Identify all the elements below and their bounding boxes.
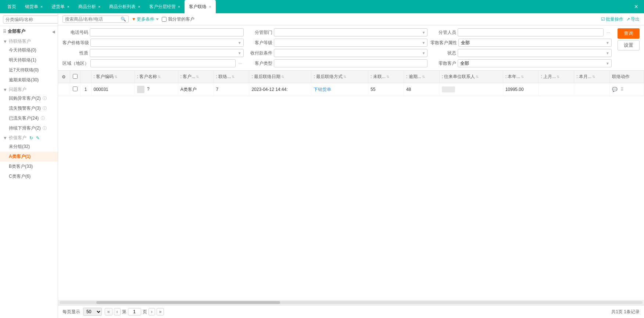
column-this-month[interactable]: : 本月...⇅ bbox=[574, 71, 610, 83]
filter-row-4: 区域（地区） ··· 客户类型 零散客户 全部 ▼ bbox=[62, 59, 612, 67]
nav-tab-analysis-close[interactable]: × bbox=[98, 4, 100, 9]
triangle-icon2: ▼ bbox=[3, 87, 7, 92]
sort-code-icon: ⇅ bbox=[114, 75, 117, 79]
filter-search-box: 🔍 bbox=[62, 15, 129, 23]
sidebar-item-ungrouped[interactable]: 未分组(32) bbox=[0, 142, 58, 152]
nature-select[interactable] bbox=[90, 49, 244, 57]
per-page-select[interactable]: 50 100 200 bbox=[83, 308, 102, 316]
chevron-down-icon bbox=[156, 18, 159, 20]
scroll-track[interactable] bbox=[60, 301, 643, 304]
sidebar-item-tomorrow[interactable]: 明天待联络(1) bbox=[0, 55, 58, 65]
column-unit-contact[interactable]: : 往来单位联系人⇅ bbox=[439, 71, 503, 83]
payment-select[interactable] bbox=[274, 49, 428, 57]
pending-group-label: ▼ 待联络客户 bbox=[0, 37, 58, 45]
column-overdue[interactable]: : 逾期...⇅ bbox=[404, 71, 439, 83]
price-grade-select[interactable] bbox=[90, 39, 244, 47]
nav-tab-purchase[interactable]: 进货单 × bbox=[47, 0, 74, 13]
query-button[interactable]: 查询 bbox=[618, 28, 640, 39]
close-all-button[interactable]: × bbox=[631, 3, 641, 11]
column-type[interactable]: : 客户...⇅ bbox=[178, 71, 214, 83]
dept-select[interactable] bbox=[274, 28, 428, 36]
next-page-button[interactable]: › bbox=[149, 308, 155, 315]
retail-attr-label: 零散客户属性 bbox=[430, 40, 457, 46]
export-button[interactable]: ↗ 导出 bbox=[626, 16, 640, 22]
row-type: A类客户 bbox=[178, 83, 214, 96]
sidebar-search-input[interactable] bbox=[3, 15, 58, 24]
column-name[interactable]: : 客户名称⇅ bbox=[135, 71, 178, 83]
nav-tab-customer-contact-close[interactable]: × bbox=[209, 4, 211, 9]
manager-input[interactable] bbox=[458, 28, 604, 36]
sidebar-item-churn-warning[interactable]: 流失预警客户(3) ⓘ bbox=[0, 103, 58, 113]
column-checkbox[interactable] bbox=[70, 71, 80, 83]
filter-search-input[interactable] bbox=[65, 17, 119, 22]
my-customers-checkbox-wrap[interactable]: 我分管的客户 bbox=[162, 16, 194, 22]
dept-field: 分管部门 ▼ bbox=[247, 28, 428, 36]
batch-operation-button[interactable]: ☑ 批量操作 bbox=[601, 16, 623, 22]
row-last-method[interactable]: 下销货单 bbox=[311, 83, 368, 96]
retail-attr-select[interactable]: 全部 bbox=[458, 39, 612, 47]
manager-dots[interactable]: ··· bbox=[605, 30, 612, 35]
collapse-icon: ◂ bbox=[52, 29, 55, 35]
settings-button[interactable]: 设置 bbox=[618, 40, 640, 50]
sidebar-item-overdue[interactable]: 逾期未联络(30) bbox=[0, 75, 58, 85]
sidebar-item-today[interactable]: 今天待联络(0) bbox=[0, 45, 58, 55]
row-code: 000031 bbox=[91, 83, 135, 96]
column-last-method[interactable]: : 最后联络方式⇅ bbox=[311, 71, 368, 83]
retail-customer-select[interactable]: 全部 bbox=[458, 59, 612, 67]
prev-page-button[interactable]: ‹ bbox=[114, 308, 121, 315]
sidebar-item-declining[interactable]: 持续下滑客户(2) ⓘ bbox=[0, 123, 58, 133]
nav-tab-home[interactable]: 首页 bbox=[3, 0, 21, 13]
row-this-month bbox=[574, 83, 610, 96]
nav-tab-customer-segment[interactable]: 客户分层经营 × bbox=[145, 0, 185, 13]
my-customers-checkbox[interactable] bbox=[162, 17, 167, 22]
sidebar-item-class-b[interactable]: B类客户(33) bbox=[0, 162, 58, 172]
column-this-year[interactable]: : 本年...⇅ bbox=[503, 71, 539, 83]
sidebar-item-class-a[interactable]: A类客户(1) bbox=[0, 152, 58, 162]
row-select-checkbox[interactable] bbox=[73, 86, 78, 91]
sidebar-item-7days[interactable]: 近7天待联络(0) bbox=[0, 65, 58, 75]
more-filters-button[interactable]: ▼ 更多条件 bbox=[132, 16, 159, 22]
nav-tab-customer-segment-close[interactable]: × bbox=[178, 4, 180, 9]
customer-type-input[interactable] bbox=[274, 59, 428, 67]
nav-tab-analysis[interactable]: 商品分析 × bbox=[74, 0, 105, 13]
sidebar-item-churned[interactable]: 已流失客户(24) ⓘ bbox=[0, 113, 58, 123]
column-contact[interactable]: : 联络...⇅ bbox=[214, 71, 249, 83]
column-code[interactable]: : 客户编码⇅ bbox=[91, 71, 135, 83]
phone-input[interactable] bbox=[90, 28, 244, 36]
table-area: ⚙ : 客户编码⇅ : 客户名称⇅ : 客户...⇅ : 联络...⇅ : 最后… bbox=[58, 71, 644, 300]
edit-icon[interactable]: ✎ bbox=[36, 135, 40, 141]
horizontal-scrollbar[interactable] bbox=[58, 300, 644, 305]
last-page-button[interactable]: » bbox=[157, 308, 164, 315]
nav-tab-customer-contact[interactable]: 客户联络 × bbox=[185, 0, 215, 13]
first-page-button[interactable]: « bbox=[105, 308, 112, 315]
advanced-filters: 电话号码 分管部门 ▼ 分管人员 bbox=[58, 25, 644, 71]
status-select[interactable] bbox=[458, 49, 612, 57]
row-checkbox[interactable] bbox=[70, 83, 80, 96]
sidebar-item-class-c[interactable]: C类客户(6) bbox=[0, 172, 58, 181]
sidebar-item-repurchase[interactable]: 回购异常客户(2) ⓘ bbox=[0, 93, 58, 103]
region-input[interactable] bbox=[90, 59, 236, 67]
chat-icon[interactable]: 💬 bbox=[612, 87, 618, 92]
sidebar-all-customers-header[interactable]: ⠿ 全部客户 ◂ bbox=[0, 26, 58, 37]
nav-tab-sales-close[interactable]: × bbox=[40, 4, 43, 9]
qr-icon[interactable]: ⠿ bbox=[620, 87, 624, 92]
column-last-date[interactable]: : 最后联络日期⇅ bbox=[249, 71, 311, 83]
column-last-month[interactable]: : 上月...⇅ bbox=[539, 71, 574, 83]
column-no-contact[interactable]: : 未联...⇅ bbox=[368, 71, 404, 83]
nav-tab-sales[interactable]: 销货单 × bbox=[21, 0, 47, 13]
refresh-icon[interactable]: ↻ bbox=[29, 135, 33, 141]
table-row: 1 000031 ? A类客户 7 2023-04-12 14:44: 下销货单… bbox=[58, 83, 644, 96]
select-all-checkbox[interactable] bbox=[73, 74, 78, 79]
per-page-label: 每页显示 bbox=[62, 309, 80, 315]
customer-grade-select[interactable] bbox=[274, 39, 428, 47]
nav-tab-analysis-list[interactable]: 商品分析列表 × bbox=[105, 0, 144, 13]
filter-search-icon[interactable]: 🔍 bbox=[121, 17, 126, 22]
column-gear[interactable]: ⚙ bbox=[58, 71, 70, 83]
scroll-thumb[interactable] bbox=[96, 301, 280, 304]
region-dots[interactable]: ··· bbox=[237, 61, 244, 66]
nav-tab-purchase-close[interactable]: × bbox=[67, 4, 69, 9]
nav-tab-analysis-list-close[interactable]: × bbox=[138, 4, 140, 9]
row-gear bbox=[58, 83, 70, 96]
page-number-input[interactable] bbox=[128, 308, 141, 315]
nav-tab-purchase-label: 进货单 bbox=[51, 4, 65, 10]
